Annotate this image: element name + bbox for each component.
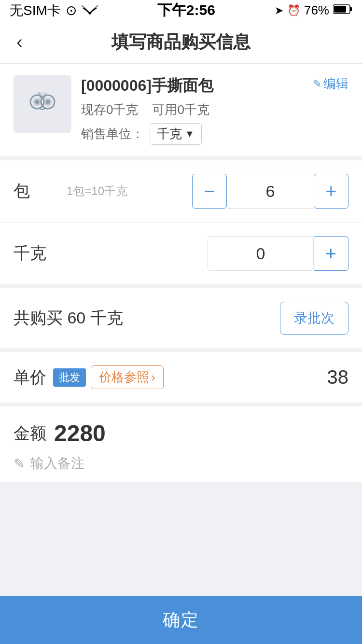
- svg-point-8: [46, 100, 50, 104]
- confirm-button[interactable]: 确定: [163, 608, 199, 632]
- product-unit-row: 销售单位： 千克 ▼: [81, 123, 348, 145]
- total-label: 共购买 60 千克: [14, 307, 123, 329]
- wifi-icon: ⊙: [66, 2, 77, 18]
- notes-placeholder: 输入备注: [30, 454, 84, 473]
- unit-value: 千克: [157, 126, 182, 142]
- battery-percent: 76%: [304, 3, 329, 18]
- kg-value-input[interactable]: [208, 236, 314, 271]
- bag-decrement-button[interactable]: −: [192, 174, 227, 209]
- total-row: 共购买 60 千克 录批次: [0, 288, 362, 352]
- product-name: [0000006]手撕面包: [81, 75, 213, 97]
- price-label: 单价: [14, 366, 46, 389]
- location-icon: ➤: [275, 4, 283, 17]
- alarm-icon: ⏰: [287, 4, 300, 17]
- notes-row[interactable]: ✎ 输入备注: [14, 454, 348, 473]
- edit-button[interactable]: ✎ 编辑: [313, 75, 348, 92]
- unit-prefix-label: 销售单位：: [81, 126, 144, 142]
- nav-bar: ‹ 填写商品购买信息: [0, 21, 362, 64]
- wifi-signal: [82, 2, 98, 19]
- unit-select[interactable]: 千克 ▼: [150, 123, 202, 145]
- bag-label: 包: [14, 180, 62, 202]
- product-stock: 现存0千克 可用0千克: [81, 101, 348, 118]
- bag-stepper: − +: [192, 174, 348, 209]
- amount-section: 金额 2280 ✎ 输入备注: [0, 406, 362, 482]
- product-logo: 智计: [26, 88, 59, 120]
- price-type-tag: 批发: [53, 368, 86, 387]
- input-section: 包 1包=10千克 − + 千克 +: [0, 160, 362, 288]
- price-row: 单价 批发 价格参照 › 38: [0, 352, 362, 403]
- batch-button[interactable]: 录批次: [280, 302, 348, 335]
- svg-text:智计: 智计: [38, 92, 47, 97]
- amount-label: 金额: [14, 422, 46, 445]
- amount-value: 2280: [54, 420, 106, 447]
- price-ref-label: 价格参照: [99, 369, 149, 386]
- page-title: 填写商品购买信息: [111, 30, 251, 54]
- stock-label: 现存0千克: [81, 102, 138, 117]
- svg-rect-2: [334, 6, 346, 13]
- price-ref-arrow: ›: [151, 370, 155, 385]
- price-section: 单价 批发 价格参照 › 38: [0, 352, 362, 406]
- price-ref-button[interactable]: 价格参照 ›: [91, 365, 164, 389]
- product-thumbnail: 智计: [14, 75, 71, 133]
- bag-input-row: 包 1包=10千克 − +: [0, 160, 362, 223]
- status-left: 无SIM卡 ⊙: [10, 1, 98, 20]
- bag-increment-button[interactable]: +: [314, 174, 348, 209]
- edit-label: 编辑: [323, 75, 348, 92]
- amount-row: 金额 2280: [14, 420, 348, 447]
- product-info: [0000006]手撕面包 ✎ 编辑 现存0千克 可用0千克 销售单位： 千克 …: [81, 75, 348, 145]
- pencil-icon: ✎: [14, 456, 25, 472]
- svg-rect-1: [350, 7, 352, 11]
- dropdown-icon: ▼: [185, 128, 195, 140]
- status-bar: 无SIM卡 ⊙ 下午2:56 ➤ ⏰ 76%: [0, 0, 362, 21]
- bag-hint: 1包=10千克: [67, 183, 127, 199]
- battery-icon: [333, 4, 352, 17]
- back-button[interactable]: ‹: [12, 27, 28, 57]
- status-time: 下午2:56: [157, 0, 215, 20]
- kg-label: 千克: [14, 242, 62, 265]
- main-content: 智计 [0000006]手撕面包 ✎ 编辑 现存0千克 可用0千克 销售单位：: [0, 64, 362, 644]
- status-right: ➤ ⏰ 76%: [275, 3, 352, 18]
- available-label: 可用0千克: [152, 102, 209, 117]
- bottom-bar[interactable]: 确定: [0, 596, 362, 644]
- kg-stepper: +: [208, 236, 348, 271]
- kg-input-row: 千克 +: [0, 223, 362, 284]
- sim-status: 无SIM卡: [10, 1, 61, 20]
- edit-icon: ✎: [313, 78, 321, 90]
- kg-increment-button[interactable]: +: [314, 236, 348, 271]
- product-card: 智计 [0000006]手撕面包 ✎ 编辑 现存0千克 可用0千克 销售单位：: [0, 64, 362, 160]
- svg-point-7: [35, 100, 39, 104]
- price-value: 38: [327, 366, 349, 388]
- bag-value-input[interactable]: [227, 174, 314, 209]
